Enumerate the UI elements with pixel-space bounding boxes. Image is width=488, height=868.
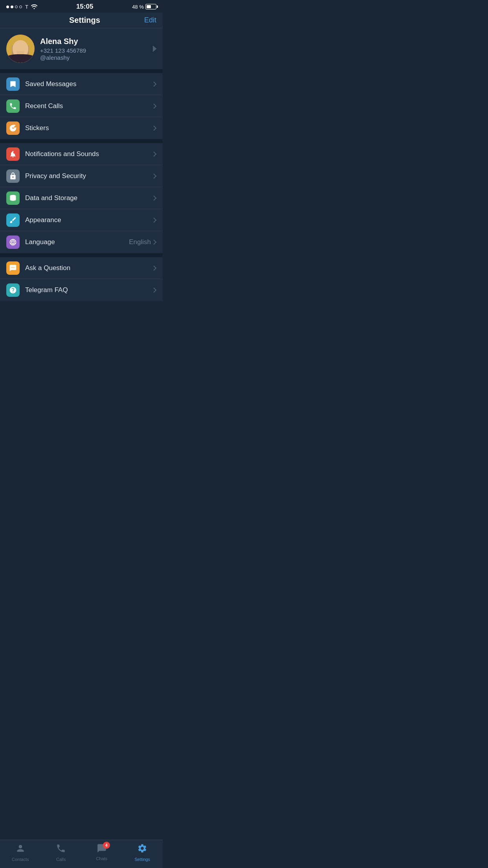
appearance-item[interactable]: Appearance — [0, 209, 163, 231]
status-left: T — [6, 4, 37, 10]
notifications-item[interactable]: Notifications and Sounds — [0, 143, 163, 165]
profile-info: Alena Shy +321 123 456789 @alenashy — [40, 37, 147, 61]
stickers-icon — [6, 121, 20, 135]
profile-username: @alenashy — [40, 54, 147, 61]
bell-icon — [9, 150, 17, 158]
brush-icon — [9, 216, 17, 224]
signal-dot-4 — [19, 6, 22, 8]
phone-icon — [9, 102, 17, 110]
svg-point-1 — [14, 127, 15, 128]
notifications-label: Notifications and Sounds — [25, 150, 153, 158]
wifi-icon — [31, 4, 37, 9]
time-display: 15:05 — [76, 3, 93, 11]
saved-messages-chevron-icon — [153, 81, 156, 87]
svg-point-3 — [14, 151, 16, 153]
stickers-chevron-icon — [153, 125, 156, 131]
recent-calls-label: Recent Calls — [25, 102, 153, 110]
bottom-spacer — [0, 301, 163, 333]
status-bar: T 15:05 48 % — [0, 0, 163, 13]
signal-dot-2 — [11, 6, 13, 8]
stickers-item[interactable]: Stickers — [0, 117, 163, 139]
language-value: English — [129, 238, 151, 246]
ask-question-label: Ask a Question — [25, 264, 153, 272]
page-title: Settings — [69, 16, 100, 25]
data-storage-chevron-icon — [153, 195, 156, 201]
section-divider-3 — [0, 253, 163, 257]
chat-bubble-icon — [9, 264, 17, 272]
section-divider-1 — [0, 69, 163, 73]
appearance-chevron-icon — [153, 217, 156, 223]
ask-question-chevron-icon — [153, 265, 156, 271]
signal-dot-3 — [15, 6, 18, 8]
profile-row[interactable]: Alena Shy +321 123 456789 @alenashy — [0, 28, 163, 69]
telegram-faq-icon — [6, 283, 20, 297]
language-label: Language — [25, 238, 129, 246]
language-chevron-icon — [153, 239, 156, 245]
language-item[interactable]: Language English — [0, 231, 163, 253]
globe-icon — [9, 238, 17, 246]
signal-dot-1 — [6, 6, 9, 8]
settings-section-2: Notifications and Sounds Privacy and Sec… — [0, 143, 163, 253]
appearance-label: Appearance — [25, 216, 153, 224]
ask-question-icon — [6, 261, 20, 275]
recent-calls-chevron-icon — [153, 103, 156, 109]
profile-chevron-icon — [152, 46, 156, 52]
settings-section-3: Ask a Question Telegram FAQ — [0, 257, 163, 301]
battery-percent: 48 % — [132, 4, 144, 10]
notifications-icon — [6, 147, 20, 161]
privacy-icon — [6, 169, 20, 183]
data-storage-icon — [6, 191, 20, 205]
saved-messages-item[interactable]: Saved Messages — [0, 73, 163, 95]
svg-point-0 — [11, 127, 12, 128]
battery-icon — [145, 4, 156, 9]
bookmark-icon — [9, 80, 17, 88]
status-right: 48 % — [132, 4, 156, 10]
data-storage-item[interactable]: Data and Storage — [0, 187, 163, 209]
privacy-label: Privacy and Security — [25, 172, 153, 180]
profile-name: Alena Shy — [40, 37, 147, 46]
telegram-faq-chevron-icon — [153, 287, 156, 293]
section-divider-2 — [0, 139, 163, 143]
question-icon — [9, 286, 17, 294]
recent-calls-item[interactable]: Recent Calls — [0, 95, 163, 117]
sticker-icon — [9, 124, 17, 132]
carrier-label: T — [25, 4, 28, 10]
language-icon — [6, 235, 20, 249]
privacy-chevron-icon — [153, 173, 156, 179]
ask-question-item[interactable]: Ask a Question — [0, 257, 163, 279]
saved-messages-label: Saved Messages — [25, 80, 153, 88]
lock-icon — [9, 172, 17, 180]
settings-section-1: Saved Messages Recent Calls Stickers — [0, 73, 163, 139]
nav-bar: Settings Edit — [0, 13, 163, 28]
stickers-label: Stickers — [25, 124, 153, 132]
notifications-chevron-icon — [153, 151, 156, 157]
privacy-security-item[interactable]: Privacy and Security — [0, 165, 163, 187]
data-icon — [9, 194, 17, 202]
data-storage-label: Data and Storage — [25, 194, 153, 202]
saved-messages-icon — [6, 77, 20, 91]
recent-calls-icon — [6, 99, 20, 113]
telegram-faq-item[interactable]: Telegram FAQ — [0, 279, 163, 301]
profile-phone: +321 123 456789 — [40, 47, 147, 54]
telegram-faq-label: Telegram FAQ — [25, 286, 153, 294]
appearance-icon — [6, 213, 20, 227]
edit-button[interactable]: Edit — [144, 16, 156, 24]
avatar — [6, 35, 35, 63]
